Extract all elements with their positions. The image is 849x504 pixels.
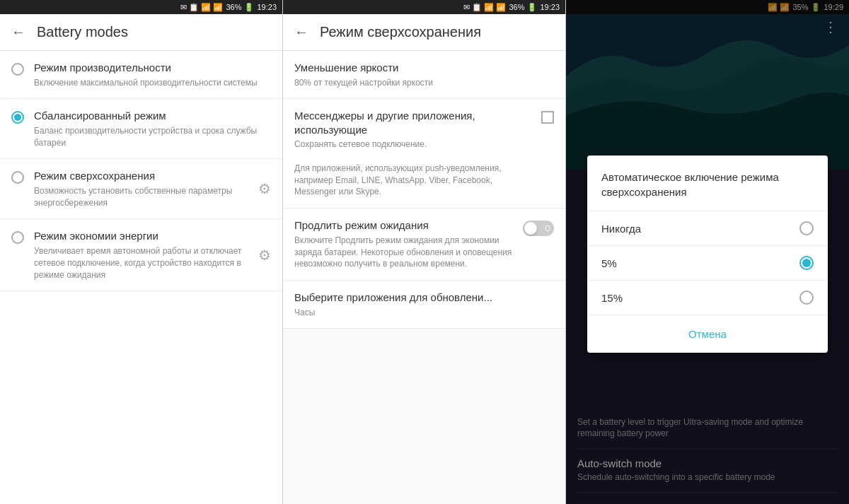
- battery-text-2: 36%: [509, 3, 524, 11]
- time-1: 19:23: [257, 3, 277, 11]
- menu-item-power-saving[interactable]: Режим экономии энергии Увеличивает время…: [0, 219, 282, 291]
- status-bar-1: ✉ 📋 📶 📶 36% 🔋 19:23: [0, 0, 282, 14]
- setting-brightness[interactable]: Уменьшение яркости 80% от текущей настро…: [283, 51, 565, 99]
- setting-messengers[interactable]: Мессенджеры и другие приложения, использ…: [283, 99, 565, 209]
- auto-switch-dialog: Автоматическое включение режима сверхсох…: [587, 156, 828, 353]
- status-icons-2: ✉ 📋 📶 📶: [463, 3, 506, 12]
- dialog-option-5[interactable]: 5%: [587, 246, 828, 281]
- menu-title-power-saving: Режим экономии энергии: [34, 229, 253, 243]
- page-title-2: Режим сверхсохранения: [320, 24, 481, 40]
- dialog-title: Автоматическое включение режима сверхсох…: [587, 156, 828, 211]
- menu-item-ultra-saving[interactable]: Режим сверхсохранения Возможность устано…: [0, 159, 282, 219]
- header-2: ← Режим сверхсохранения: [283, 14, 565, 51]
- setting-select-apps[interactable]: Выберите приложения для обновлени... Час…: [283, 281, 565, 329]
- dialog-radio-never[interactable]: [799, 221, 814, 235]
- setting-title-extend-standby: Продлить режим ожидания: [294, 218, 514, 233]
- battery-icon-2: 🔋: [527, 3, 537, 12]
- menu-desc-performance: Включение максимальной производительност…: [34, 77, 271, 89]
- gear-icon-power-saving[interactable]: ⚙: [258, 247, 271, 264]
- radio-power-saving[interactable]: [11, 229, 24, 244]
- setting-desc-messengers: Сохранять сетевое подключение. Для прило…: [294, 139, 533, 198]
- menu-item-performance[interactable]: Режим производительности Включение макси…: [0, 51, 282, 99]
- dialog-actions: Отмена: [587, 315, 828, 353]
- back-button-1[interactable]: ←: [11, 24, 25, 40]
- dialog-option-15[interactable]: 15%: [587, 281, 828, 315]
- toggle-extend-standby[interactable]: O: [523, 221, 554, 236]
- status-bar-2: ✉ 📋 📶 📶 36% 🔋 19:23: [283, 0, 565, 14]
- panel-auto-switch: 📶 📶 35% 🔋 19:29 ⋮ Автоматическое включен…: [566, 0, 849, 504]
- menu-title-balanced: Сбалансированный режим: [34, 109, 271, 123]
- back-button-2[interactable]: ←: [294, 24, 308, 40]
- menu-item-balanced[interactable]: Сбалансированный режим Баланс производит…: [0, 99, 282, 159]
- radio-performance[interactable]: [11, 61, 24, 76]
- dialog-option-never[interactable]: Никогда: [587, 211, 828, 246]
- menu-desc-balanced: Баланс производительности устройства и с…: [34, 125, 271, 149]
- dialog-radio-5[interactable]: [799, 256, 814, 270]
- dialog-option-label-never: Никогда: [601, 223, 641, 235]
- dialog-radio-15[interactable]: [799, 291, 814, 305]
- menu-title-performance: Режим производительности: [34, 61, 271, 75]
- setting-title-select-apps: Выберите приложения для обновлени...: [294, 291, 554, 305]
- panel-ultra-saving-settings: ✉ 📋 📶 📶 36% 🔋 19:23 ← Режим сверхсохране…: [283, 0, 566, 504]
- battery-icon-1: 🔋: [244, 3, 254, 12]
- setting-extend-standby[interactable]: Продлить режим ожидания Включите Продлит…: [283, 209, 565, 281]
- dialog-cancel-button[interactable]: Отмена: [680, 325, 735, 343]
- setting-title-brightness: Уменьшение яркости: [294, 61, 554, 75]
- header-1: ← Battery modes: [0, 14, 282, 51]
- menu-title-ultra-saving: Режим сверхсохранения: [34, 169, 253, 183]
- panel-battery-modes: ✉ 📋 📶 📶 36% 🔋 19:23 ← Battery modes Режи…: [0, 0, 283, 504]
- radio-balanced[interactable]: [11, 109, 24, 124]
- dialog-overlay: Автоматическое включение режима сверхсох…: [566, 0, 849, 504]
- setting-desc-brightness: 80% от текущей настройки яркости: [294, 77, 554, 89]
- time-2: 19:23: [540, 3, 560, 11]
- menu-desc-power-saving: Увеличивает время автономной работы и от…: [34, 245, 253, 281]
- gear-icon-ultra-saving[interactable]: ⚙: [258, 180, 271, 197]
- setting-desc-select-apps: Часы: [294, 307, 554, 319]
- status-icons-1: ✉ 📋 📶 📶: [180, 3, 223, 12]
- menu-desc-ultra-saving: Возможность установить собственные парам…: [34, 185, 253, 209]
- radio-ultra-saving[interactable]: [11, 169, 24, 184]
- checkbox-messengers[interactable]: [541, 111, 554, 124]
- dialog-option-label-15: 15%: [601, 292, 623, 304]
- battery-text-1: 36%: [226, 3, 241, 11]
- setting-desc-extend-standby: Включите Продлить режим ожидания для эко…: [294, 235, 514, 270]
- page-title-1: Battery modes: [37, 24, 128, 40]
- dialog-option-label-5: 5%: [601, 257, 617, 269]
- setting-title-messengers: Мессенджеры и другие приложения, использ…: [294, 109, 533, 136]
